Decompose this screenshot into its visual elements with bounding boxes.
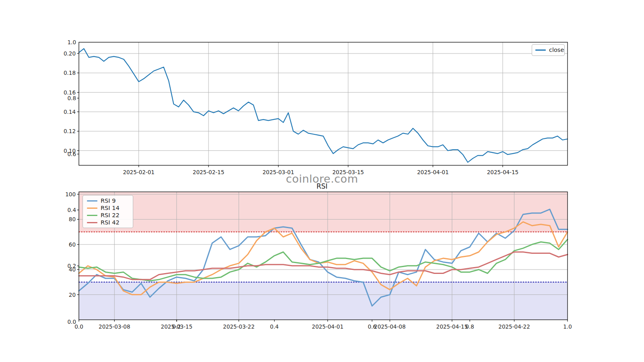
legend-label: RSI 9 bbox=[101, 198, 116, 204]
svg-text:2025-03-08: 2025-03-08 bbox=[99, 323, 130, 330]
svg-text:0.6: 0.6 bbox=[68, 151, 76, 157]
svg-text:0.8: 0.8 bbox=[465, 323, 474, 330]
price-legend: close bbox=[532, 44, 565, 56]
svg-text:2025-02-01: 2025-02-01 bbox=[123, 169, 154, 175]
legend-line-swatch bbox=[87, 200, 97, 202]
svg-text:2025-04-22: 2025-04-22 bbox=[498, 323, 530, 330]
legend-label: close bbox=[549, 47, 564, 53]
svg-text:0.4: 0.4 bbox=[68, 207, 76, 213]
svg-text:0.8: 0.8 bbox=[68, 95, 76, 101]
svg-text:0.0: 0.0 bbox=[74, 323, 83, 330]
svg-text:2025-04-15: 2025-04-15 bbox=[436, 323, 468, 330]
svg-text:0.6: 0.6 bbox=[368, 323, 376, 330]
legend-line-swatch bbox=[535, 49, 546, 51]
legend-item: RSI 22 bbox=[87, 212, 129, 218]
legend-item: RSI 9 bbox=[87, 198, 129, 204]
svg-text:80: 80 bbox=[69, 216, 76, 222]
svg-text:1.0: 1.0 bbox=[68, 39, 76, 45]
svg-text:2025-04-15: 2025-04-15 bbox=[487, 169, 518, 175]
svg-text:60: 60 bbox=[69, 241, 76, 248]
svg-text:2025-03-22: 2025-03-22 bbox=[223, 323, 254, 330]
legend-label: RSI 22 bbox=[101, 212, 120, 218]
svg-text:1.0: 1.0 bbox=[563, 323, 572, 330]
rsi-legend: RSI 9RSI 14RSI 22RSI 42 bbox=[83, 195, 133, 228]
svg-text:2025-04-01: 2025-04-01 bbox=[417, 169, 448, 175]
svg-text:0.2: 0.2 bbox=[172, 323, 181, 330]
legend-item: close bbox=[535, 47, 564, 53]
rsi-subplot-title: RSI bbox=[316, 182, 328, 190]
legend-line-swatch bbox=[87, 215, 97, 216]
svg-text:0.12: 0.12 bbox=[64, 128, 76, 134]
figure-canvas: 2025-02-012025-02-152025-03-012025-03-15… bbox=[0, 0, 644, 362]
svg-text:0.20: 0.20 bbox=[64, 50, 76, 57]
legend-item: RSI 42 bbox=[87, 220, 129, 226]
legend-line-swatch bbox=[87, 208, 97, 209]
svg-text:2025-04-01: 2025-04-01 bbox=[312, 323, 343, 330]
svg-text:0.18: 0.18 bbox=[64, 70, 76, 76]
svg-text:0.4: 0.4 bbox=[270, 323, 279, 330]
svg-text:2025-02-15: 2025-02-15 bbox=[193, 169, 224, 175]
legend-item: RSI 14 bbox=[87, 205, 129, 211]
legend-label: RSI 14 bbox=[101, 205, 120, 211]
svg-text:20: 20 bbox=[69, 292, 76, 298]
legend-label: RSI 42 bbox=[101, 220, 120, 226]
legend-line-swatch bbox=[87, 222, 97, 223]
svg-text:2025-04-08: 2025-04-08 bbox=[374, 323, 405, 330]
svg-text:0.2: 0.2 bbox=[68, 263, 76, 269]
svg-text:0.14: 0.14 bbox=[64, 109, 76, 115]
svg-text:100: 100 bbox=[65, 191, 76, 197]
